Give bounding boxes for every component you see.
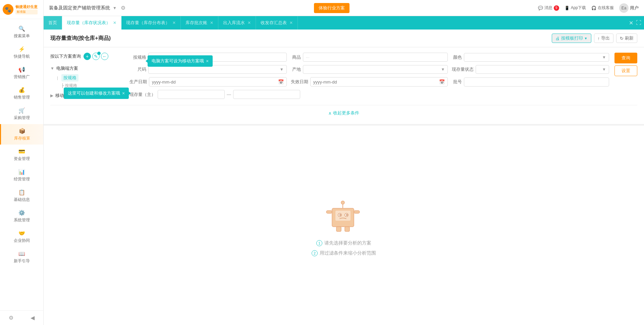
trial-button[interactable]: 体验行业方案: [314, 3, 350, 13]
batch-input[interactable]: [464, 77, 609, 87]
refresh-button[interactable]: ↻ 刷新: [616, 34, 637, 43]
exp-date-input[interactable]: [313, 79, 439, 85]
marketing-nav-icon: 📢: [18, 66, 25, 73]
svg-rect-10: [336, 227, 341, 231]
tooltip1-close-btn[interactable]: ×: [206, 58, 209, 64]
back-scheme-btn[interactable]: ←: [101, 53, 108, 60]
edit-scheme-btn[interactable]: ✎: [92, 53, 100, 60]
sidebar-item-basic[interactable]: 📋 基础信息: [0, 185, 43, 206]
tab-inventory-dist[interactable]: 现存量（库存分布表） ✕: [121, 16, 181, 30]
export-button[interactable]: ↑ 导出: [594, 34, 614, 43]
settings-icon[interactable]: ⚙: [9, 315, 13, 321]
tab-close-batch[interactable]: ✕: [210, 20, 213, 25]
goods-input[interactable]: ···: [303, 53, 448, 62]
color-dropdown-icon: ▼: [602, 55, 606, 60]
collapse-row: ∧ 收起更多条件: [50, 105, 637, 119]
tooltip2-close-btn[interactable]: ×: [122, 91, 125, 96]
filter-field-stock-state: 现存量状态 ▼: [452, 65, 609, 74]
color-label: 颜色: [452, 54, 462, 60]
stock-state-select[interactable]: ▼: [476, 65, 609, 74]
online-support-btn[interactable]: 🎧 在线客服: [591, 5, 614, 11]
collapse-sidebar-icon[interactable]: ◀: [31, 315, 35, 321]
sidebar-item-purchase[interactable]: 🛒 采购管理: [0, 104, 43, 124]
reset-button[interactable]: 设置: [614, 65, 637, 76]
sidebar-item-system[interactable]: ⚙️ 系统管理: [0, 206, 43, 226]
stock-qty-start[interactable]: [158, 90, 225, 99]
gear-settings-icon[interactable]: ⚙: [121, 5, 125, 11]
tab-close-inventory-status[interactable]: ✕: [113, 20, 116, 25]
svg-rect-9: [354, 211, 360, 213]
exp-date-input-wrapper[interactable]: 📅: [310, 77, 448, 87]
chevron-down-icon[interactable]: ▼: [113, 6, 117, 10]
basic-nav-icon: 📋: [18, 189, 25, 196]
sidebar: 🐾 畅捷通好生意 标准版 🔍 搜索菜单 ⚡ 快捷导航 📢 营销推广 💰 销售管理…: [0, 0, 44, 325]
tab-collect[interactable]: 收发存汇总表 ✕: [256, 16, 298, 30]
exp-date-calendar-icon[interactable]: 📅: [439, 79, 445, 85]
sidebar-item-inventory[interactable]: 📦 库存核算: [0, 124, 43, 145]
prod-date-input-wrapper[interactable]: 📅: [149, 77, 287, 87]
sidebar-nav: 🔍 搜索菜单 ⚡ 快捷导航 📢 营销推广 💰 销售管理 🛒 采购管理 📦 库存核…: [0, 19, 43, 310]
prod-date-label: 生产日期: [129, 79, 147, 85]
sidebar-item-sales[interactable]: 💰 销售管理: [0, 83, 43, 104]
origin-label: 产地: [291, 66, 301, 72]
empty-svg: [324, 193, 364, 233]
color-select[interactable]: ▼: [464, 53, 609, 62]
tab-close-collect[interactable]: ✕: [289, 20, 293, 25]
sidebar-item-marketing[interactable]: 📢 营销推广: [0, 63, 43, 83]
filter-field-exp-date: 失效日期 📅: [291, 77, 448, 87]
desktop-scheme-item[interactable]: ▼ 电脑端方案: [50, 64, 124, 73]
prod-date-input[interactable]: [152, 79, 278, 85]
tab-inventory-status[interactable]: 现存量（库存状况表） ✕: [62, 16, 121, 30]
svg-rect-8: [326, 211, 332, 213]
close-all-tabs-icon[interactable]: ✕: [629, 20, 633, 26]
origin-select[interactable]: ▼: [303, 65, 448, 74]
app-download-btn[interactable]: 📱 App下载: [565, 5, 586, 11]
system-nav-icon: ⚙️: [18, 209, 25, 216]
maximize-icon[interactable]: ⛶: [636, 20, 641, 26]
search-buttons: 查询 设置: [614, 53, 637, 76]
search-nav-icon: 🔍: [18, 25, 25, 32]
sidebar-item-search[interactable]: 🔍 搜索菜单: [0, 22, 43, 42]
scheme-dot-indicator: [97, 52, 101, 55]
print-button[interactable]: 🖨 按模板打印 ▼: [552, 34, 591, 43]
sidebar-logo: 🐾 畅捷通好生意 标准版: [0, 0, 43, 19]
origin-dropdown-icon: ▼: [441, 67, 445, 72]
sidebar-item-guide[interactable]: 📖 新手引导: [0, 247, 43, 267]
stock-state-dropdown-icon: ▼: [602, 67, 606, 72]
user-label: 用户: [630, 5, 639, 11]
finance-nav-icon: 💳: [18, 148, 25, 155]
collapse-button[interactable]: ∧ 收起更多条件: [50, 107, 637, 119]
user-avatar: Ea: [619, 3, 629, 13]
tab-inout[interactable]: 出入库流水 ✕: [218, 16, 256, 30]
printer-icon: 🖨: [555, 36, 560, 41]
sidebar-item-quick[interactable]: ⚡ 快捷导航: [0, 42, 43, 63]
tab-close-inventory-dist[interactable]: ✕: [172, 20, 176, 25]
prod-date-calendar-icon[interactable]: 📅: [278, 79, 284, 85]
headset-icon: 🎧: [591, 6, 596, 10]
filter-field-batch: 批号: [452, 77, 609, 87]
scheme-tree: ▼ 电脑端方案 ｜ 按规格 ├ 按规格: [50, 64, 124, 100]
filter-label: 按以下方案查询: [50, 53, 81, 59]
sales-nav-icon: 💰: [18, 87, 25, 93]
tab-bar: 首页 现存量（库存状况表） ✕ 现存量（库存分布表） ✕ 库存批次账 ✕ 出入库…: [44, 16, 644, 30]
sidebar-item-finance[interactable]: 💳 资金管理: [0, 145, 43, 165]
sidebar-item-enterprise[interactable]: 🤝 企业协同: [0, 226, 43, 247]
scheme-child-item[interactable]: ｜ 按规格: [56, 73, 124, 83]
tab-batch[interactable]: 库存批次账 ✕: [181, 16, 218, 30]
svg-rect-11: [345, 227, 350, 231]
sidebar-item-operations[interactable]: 📊 经营管理: [0, 165, 43, 185]
empty-state: 1 请先选择要分析的方案 2 用过滤条件来缩小分析范围: [44, 126, 644, 325]
tab-close-inout[interactable]: ✕: [248, 20, 251, 25]
stock-qty-end[interactable]: [233, 90, 300, 99]
filter-row-4: 现存量（主） —: [129, 90, 609, 99]
range-separator: —: [227, 92, 231, 97]
search-button[interactable]: 查询: [614, 53, 637, 63]
top-header: 装备及固定资产辅助管理系统 ▼ ⚙ 体验行业方案 💬 消息 9 📱 App下载 …: [44, 0, 644, 16]
filter-scheme-panel: 按以下方案查询 + ✎ ←: [50, 53, 124, 100]
sidebar-bottom: ⚙ ◀: [0, 310, 43, 325]
add-scheme-btn[interactable]: +: [84, 53, 91, 60]
notifications-btn[interactable]: 💬 消息 9: [538, 5, 559, 11]
tab-home[interactable]: 首页: [44, 16, 62, 30]
main: 装备及固定资产辅助管理系统 ▼ ⚙ 体验行业方案 💬 消息 9 📱 App下载 …: [44, 0, 644, 325]
user-area[interactable]: Ea 用户: [619, 3, 639, 13]
